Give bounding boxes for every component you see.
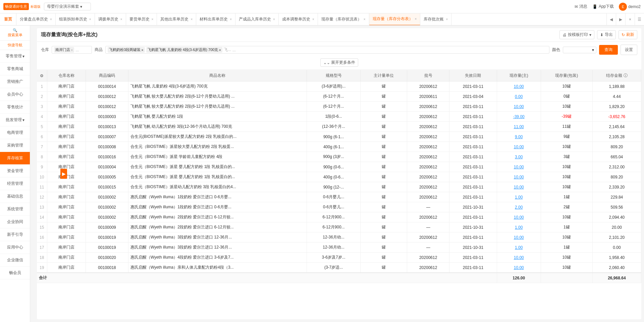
cell-batch: 20200612	[407, 82, 449, 92]
cell-warehouse: 南岸门店	[47, 222, 86, 232]
tab-other-out[interactable]: 其他出库单历史 ×	[157, 13, 196, 25]
cell-qty-pkg: 1罐	[541, 192, 592, 202]
product-filter-input[interactable]: 飞鹤奶粉3段两罐装 × 飞鹤星飞帆 儿童奶粉 4段(3-6岁适用) 700克 ×…	[105, 46, 549, 54]
tab-next-button[interactable]: ▶	[616, 13, 625, 25]
table-row: 12 南岸门店 00100002 惠氏启醒（Wyeth illuma）1段奶粉 …	[37, 192, 641, 202]
cell-qty-main[interactable]: 10.00	[497, 162, 541, 172]
sidebar-search[interactable]: 🔍 搜索菜单	[0, 25, 30, 41]
sidebar-item-basics[interactable]: 基础信息	[0, 190, 30, 203]
cell-qty-main[interactable]: 3.00	[497, 152, 541, 162]
sidebar-item-member[interactable]: 会员中心	[0, 88, 30, 101]
sidebar-item-system[interactable]: 系统管理	[0, 203, 30, 216]
sidebar-item-ecommerce[interactable]: 电商管理	[0, 126, 30, 139]
close-icon[interactable]: ×	[312, 17, 314, 21]
cell-qty-main[interactable]: -39.00	[497, 112, 541, 122]
sidebar-item-enterprise-wx[interactable]: 企业微信	[0, 254, 30, 267]
set-button[interactable]: 设置	[621, 45, 637, 55]
tab-close-button[interactable]: ×	[625, 13, 635, 25]
close-icon[interactable]: ×	[50, 17, 52, 21]
col-amount: 结存金额 ⓘ	[592, 70, 641, 82]
tab-home[interactable]: 首页	[0, 13, 16, 25]
tab-inventory-status[interactable]: 现存量（库存状况表） ×	[318, 13, 369, 25]
close-icon[interactable]: ×	[364, 17, 366, 21]
cell-qty-main[interactable]: 10.00	[497, 82, 541, 92]
cell-qty-main[interactable]: 10.00	[497, 182, 541, 192]
settings-icon[interactable]: ⚙	[40, 73, 44, 78]
cell-qty-main[interactable]: 9.00	[497, 132, 541, 142]
tab-require[interactable]: 要货单历史 ×	[126, 13, 157, 25]
cell-qty-main[interactable]: 2.00	[497, 202, 541, 212]
sidebar-item-guide[interactable]: 新手引导	[0, 228, 30, 241]
product-ellipsis[interactable]: ...	[232, 48, 236, 52]
remove-product-tag-1[interactable]: ×	[141, 48, 143, 52]
close-icon[interactable]: ×	[273, 17, 275, 21]
username: demo2	[628, 4, 641, 9]
color-filter-input[interactable]: ▾	[563, 47, 596, 53]
sidebar-item-purchase[interactable]: 采购管理	[0, 139, 30, 152]
tab-disassembly[interactable]: 组装拆卸单历史 ×	[56, 13, 95, 25]
cell-qty-main[interactable]: 10.00	[497, 172, 541, 182]
export-button[interactable]: ⬇ 导出	[597, 30, 616, 39]
cell-qty-main[interactable]: 10.00	[497, 263, 541, 273]
sidebar-item-enterprise[interactable]: 企业协同	[0, 216, 30, 228]
col-settings[interactable]: ⚙	[37, 70, 47, 82]
tab-mix[interactable]: 调拨单历史 ×	[95, 13, 126, 25]
sidebar-item-member2[interactable]: 畅会员	[0, 267, 30, 279]
cell-expire: 2021-10-31	[449, 202, 497, 212]
remove-warehouse-tag[interactable]: ×	[71, 48, 73, 52]
close-icon[interactable]: ×	[191, 17, 193, 21]
close-icon[interactable]: ×	[415, 17, 417, 21]
cell-qty-main[interactable]: 10.00	[497, 102, 541, 112]
refresh-button[interactable]: ↻ 刷新	[619, 30, 637, 39]
remove-product-tag-2[interactable]: ×	[219, 48, 221, 52]
product-more[interactable]: 飞...	[224, 47, 231, 53]
messages-button[interactable]: ✉ 消息	[575, 4, 587, 9]
sidebar-item-member2-label: 畅会员	[9, 270, 21, 275]
template-print-button[interactable]: 🖨 按模板打印 ▾	[559, 30, 594, 39]
close-icon[interactable]: ×	[120, 17, 122, 21]
tab-split-inventory[interactable]: 分量盘点单历史 ×	[16, 13, 56, 25]
expand-more-conditions-button[interactable]: ⌄⌄ 展开更多条件	[320, 58, 358, 67]
close-icon[interactable]: ×	[446, 17, 448, 21]
sidebar-item-wholesale[interactable]: 批发管理 ▾	[0, 114, 30, 126]
cell-qty-main[interactable]: 11.00	[497, 122, 541, 132]
user-profile[interactable]: E demo2	[619, 3, 641, 11]
header-actions: 🖨 按模板打印 ▾ ⬇ 导出 ↻ 刷新	[559, 30, 637, 39]
industry-selector[interactable]: 母婴行业演示账套 ▾	[44, 3, 91, 10]
app-download-button[interactable]: 📱 App下载	[592, 4, 614, 9]
sidebar-item-retail-shop[interactable]: 零售商城	[0, 63, 30, 75]
warehouse-filter-input[interactable]: 南岸门店 × ...	[52, 46, 92, 54]
tab-menu-button[interactable]: ☰	[635, 13, 644, 25]
sidebar-item-app-center[interactable]: 应用中心	[0, 241, 30, 254]
query-button[interactable]: 查询	[599, 45, 618, 55]
close-icon[interactable]: ×	[152, 17, 154, 21]
sidebar-quick-nav[interactable]: 快捷导航	[0, 41, 30, 50]
tab-batch-account[interactable]: 库存批次账 ×	[420, 13, 451, 25]
cell-qty-main[interactable]: 1.00	[497, 192, 541, 202]
cell-qty-main[interactable]: 10.00	[497, 212, 541, 222]
tab-prev-button[interactable]: ◀	[606, 13, 616, 25]
cell-qty-main[interactable]: 1.00	[497, 222, 541, 232]
sidebar-search-label: 搜索菜单	[2, 33, 28, 38]
tab-material-out[interactable]: 材料出库单历史 ×	[196, 13, 235, 25]
cell-qty-main[interactable]: 10.00	[497, 142, 541, 152]
table-row: 3 南岸门店 00100012 飞鹤星飞帆 较大婴儿配方奶粉 2段(6-12个月…	[37, 102, 641, 112]
cell-qty-main[interactable]: 10.00	[497, 232, 541, 243]
sidebar-item-finance[interactable]: 资金管理	[0, 165, 30, 177]
tab-inventory-dist[interactable]: 现存量（库存分布表） ×	[369, 13, 421, 25]
tab-product-in[interactable]: 产成品入库单历史 ×	[235, 13, 279, 25]
sidebar-item-retail-stats[interactable]: 零售统计	[0, 101, 30, 114]
sidebar-item-inventory[interactable]: 库存核算	[0, 152, 30, 165]
close-icon[interactable]: ×	[230, 17, 232, 21]
cell-qty-main[interactable]: 0.00	[497, 92, 541, 102]
sidebar-expand-button[interactable]: ▶	[60, 169, 67, 179]
close-icon[interactable]: ×	[89, 17, 91, 21]
sidebar-item-retail[interactable]: 零售管理 ▾	[0, 50, 30, 63]
cell-amount: 229.84	[592, 192, 641, 202]
sidebar-item-operation[interactable]: 经营管理	[0, 177, 30, 190]
sidebar-item-marketing[interactable]: 营销推广	[0, 75, 30, 88]
cell-qty-main[interactable]: 1.00	[497, 243, 541, 253]
warehouse-more[interactable]: ...	[75, 48, 79, 52]
tab-cost-adjust[interactable]: 成本调整单历史 ×	[279, 13, 318, 25]
cell-qty-main[interactable]: 10.00	[497, 253, 541, 263]
